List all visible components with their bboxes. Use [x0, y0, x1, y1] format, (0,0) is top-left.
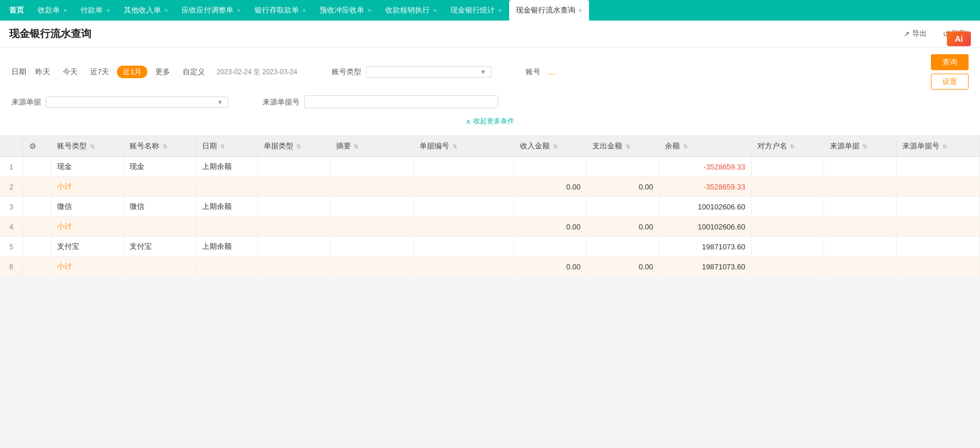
close-icon-0[interactable]: × — [63, 7, 67, 14]
cell-account-name — [124, 257, 196, 277]
date-label: 日期 — [11, 67, 26, 77]
close-icon-3[interactable]: × — [237, 7, 240, 14]
cell-balance: 19871073.60 — [659, 237, 751, 257]
date-opt-custom[interactable]: 自定义 — [178, 66, 209, 78]
table-row: 3微信微信上期余额100102606.60 — [0, 197, 980, 217]
source-doc-no-filter-group: 来源单据号 — [263, 95, 498, 108]
nav-tab-4[interactable]: 银行存取款单 × — [248, 0, 313, 21]
close-icon-7[interactable]: × — [498, 7, 502, 14]
data-table: ⚙ 账号类型 ⇅ 账号名称 ⇅ 日期 ⇅ 单据类型 ⇅ 摘 — [0, 136, 980, 277]
export-button[interactable]: ↗ 导出 — [899, 26, 931, 41]
cell-doc-no — [414, 177, 514, 197]
ai-button[interactable]: Ai — [947, 31, 971, 46]
cell-counterparty — [751, 217, 824, 237]
close-icon-4[interactable]: × — [303, 7, 306, 14]
sort-icon-income: ⇅ — [553, 143, 558, 150]
date-options: 昨天 今天 近7天 近1月 更多 自定义 — [31, 66, 209, 78]
cell-summary — [330, 257, 414, 277]
date-opt-today[interactable]: 今天 — [58, 66, 82, 78]
cell-doc-no — [414, 217, 514, 237]
settings-button[interactable]: 设置 — [931, 74, 969, 90]
close-icon-5[interactable]: × — [368, 7, 371, 14]
cell-balance: -3528659.33 — [659, 177, 751, 197]
date-opt-yesterday[interactable]: 昨天 — [31, 66, 55, 78]
cell-doc-type — [257, 237, 330, 257]
col-summary[interactable]: 摘要 ⇅ — [330, 136, 414, 157]
cell-account-type: 小计 — [51, 257, 124, 277]
source-doc-no-input[interactable] — [304, 95, 498, 108]
nav-tab-3[interactable]: 应收应付调整单 × — [175, 0, 247, 21]
cell-account-name: 支付宝 — [124, 237, 196, 257]
cell-date: 上期余额 — [196, 197, 257, 217]
date-opt-1month[interactable]: 近1月 — [117, 66, 147, 78]
cell-account-name — [124, 217, 196, 237]
nav-tab-7[interactable]: 现金银行统计 × — [443, 0, 509, 21]
close-icon-6[interactable]: × — [433, 7, 437, 14]
cell-source-doc — [824, 177, 896, 197]
nav-tab-0[interactable]: 收款单 × — [31, 0, 74, 21]
account-dots-button[interactable]: ... — [545, 67, 557, 77]
col-expense[interactable]: 支出金额 ⇅ — [587, 136, 659, 157]
collapse-label: 收起更多条件 — [473, 116, 514, 126]
col-account-name[interactable]: 账号名称 ⇅ — [124, 136, 196, 157]
cell-doc-no — [414, 257, 514, 277]
date-opt-7days[interactable]: 近7天 — [86, 66, 114, 78]
cell-expense: 0.00 — [587, 217, 659, 237]
header-actions: ↗ 导出 ↺ 刷新 Ai — [899, 26, 971, 41]
nav-tab-8[interactable]: 现金银行流水查询 × — [509, 0, 589, 21]
collapse-bar[interactable]: ∧ 收起更多条件 — [11, 114, 969, 131]
cell-source-doc-no — [896, 157, 979, 177]
table-row: 6小计0.000.0019871073.60 — [0, 257, 980, 277]
date-opt-more[interactable]: 更多 — [151, 66, 175, 78]
col-balance[interactable]: 余额 ⇅ — [659, 136, 751, 157]
col-account-type[interactable]: 账号类型 ⇅ — [51, 136, 124, 157]
cell-doc-no — [414, 237, 514, 257]
col-gear[interactable]: ⚙ — [23, 136, 51, 157]
cell-date — [196, 177, 257, 197]
nav-home[interactable]: 首页 — [2, 0, 31, 21]
cell-no: 4 — [0, 217, 23, 237]
close-icon-2[interactable]: × — [164, 7, 168, 14]
col-date[interactable]: 日期 ⇅ — [196, 136, 257, 157]
col-doc-no[interactable]: 单据编号 ⇅ — [414, 136, 514, 157]
cell-doc-type — [257, 257, 330, 277]
cell-counterparty — [751, 197, 824, 217]
col-source-doc-no[interactable]: 来源单据号 ⇅ — [896, 136, 979, 157]
nav-tab-6[interactable]: 收款核销执行 × — [378, 0, 443, 21]
cell-expense: 0.00 — [587, 257, 659, 277]
close-icon-8[interactable]: × — [579, 7, 582, 14]
cell-account-name: 现金 — [124, 157, 196, 177]
source-doc-select[interactable]: ▼ — [46, 96, 228, 108]
cell-account-type: 支付宝 — [51, 237, 124, 257]
cell-date — [196, 257, 257, 277]
nav-tab-1[interactable]: 付款单 × — [74, 0, 116, 21]
account-label: 账号 — [526, 67, 541, 77]
cell-account-type: 现金 — [51, 157, 124, 177]
nav-tab-2[interactable]: 其他收入单 × — [117, 0, 175, 21]
sort-icon-account-type: ⇅ — [90, 143, 95, 150]
nav-tab-5[interactable]: 预收冲应收单 × — [313, 0, 378, 21]
sort-icon-counterparty: ⇅ — [790, 143, 795, 150]
date-filter-group: 日期 昨天 今天 近7天 近1月 更多 自定义 2023-02-24 至 202… — [11, 66, 297, 78]
sort-icon-summary: ⇅ — [354, 143, 358, 150]
sort-icon-date: ⇅ — [220, 143, 225, 150]
cell-doc-no — [414, 197, 514, 217]
col-source-doc[interactable]: 来源单据 ⇅ — [824, 136, 896, 157]
col-doc-type[interactable]: 单据类型 ⇅ — [257, 136, 330, 157]
sort-icon-doc-type: ⇅ — [296, 143, 301, 150]
top-nav: 首页 收款单 × 付款单 × 其他收入单 × 应收应付调整单 × 银行存取款单 … — [0, 0, 980, 21]
page-title: 现金银行流水查询 — [9, 27, 91, 41]
col-income[interactable]: 收入金额 ⇅ — [514, 136, 587, 157]
close-icon-1[interactable]: × — [106, 7, 110, 14]
sort-icon-source-doc: ⇅ — [862, 143, 867, 150]
col-counterparty[interactable]: 对方户名 ⇅ — [751, 136, 824, 157]
cell-expense — [587, 157, 659, 177]
account-type-select[interactable]: ▼ — [366, 66, 491, 78]
account-type-label: 账号类型 — [332, 67, 361, 77]
cell-account-type: 小计 — [51, 217, 124, 237]
cell-summary — [330, 177, 414, 197]
query-button[interactable]: 查询 — [931, 54, 969, 70]
cell-expense — [587, 197, 659, 217]
cell-counterparty — [751, 157, 824, 177]
table-row: 5支付宝支付宝上期余额19871073.60 — [0, 237, 980, 257]
